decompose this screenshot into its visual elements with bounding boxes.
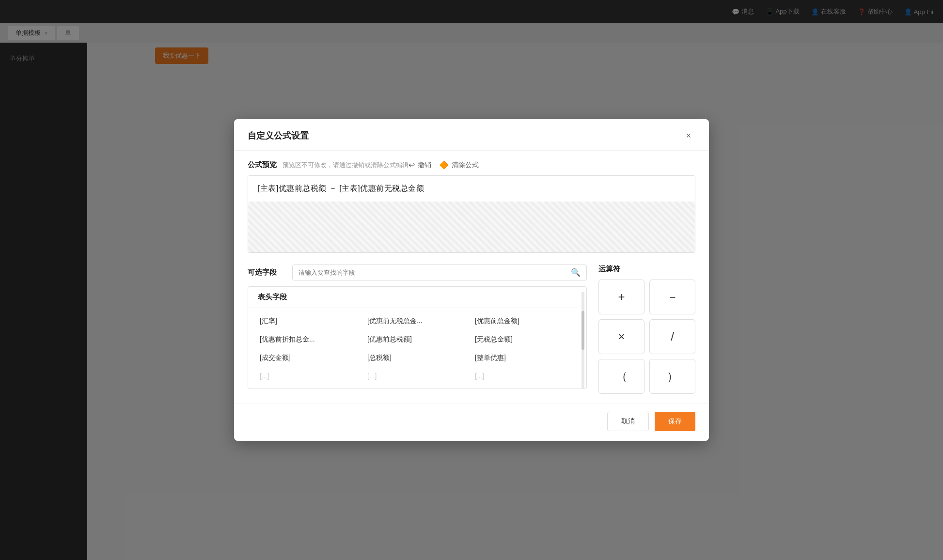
- modal-footer: 取消 保存: [234, 404, 709, 441]
- fields-table: 表头字段 [汇率] [优惠前无税总金... [优惠前总金额] [优惠前折扣总金.…: [248, 286, 587, 389]
- cancel-button[interactable]: 取消: [607, 412, 649, 431]
- bottom-section: 可选字段 🔍 表头字段 [汇率] [优惠前无税总金... [优惠前总金额] [优…: [248, 264, 695, 394]
- field-item[interactable]: [优惠前无税总金...: [363, 312, 471, 330]
- operators-panel: 运算符 + － × / （ ）: [598, 264, 695, 394]
- modal-title: 自定义公式设置: [248, 130, 309, 141]
- clear-icon: 🔶: [439, 160, 449, 170]
- fields-scrollbar[interactable]: [582, 292, 584, 389]
- fields-label: 可选字段: [248, 268, 277, 277]
- field-item[interactable]: [无税总金额]: [471, 330, 579, 349]
- fields-header: 可选字段 🔍: [248, 264, 587, 280]
- field-item[interactable]: [优惠前总税额]: [363, 330, 471, 349]
- field-item[interactable]: [成交金额]: [256, 349, 363, 367]
- operator-left-paren-button[interactable]: （: [598, 359, 644, 394]
- field-item[interactable]: [总税额]: [363, 349, 471, 367]
- operator-right-paren-button[interactable]: ）: [649, 359, 695, 394]
- operator-subtract-button[interactable]: －: [649, 280, 695, 314]
- field-item[interactable]: [...]: [471, 367, 579, 385]
- formula-preview-header: 公式预览 预览区不可修改，请通过撤销或清除公式编辑 ↩ 撤销 🔶 清除公式: [248, 160, 695, 170]
- modal-close-button[interactable]: ×: [682, 129, 695, 142]
- operators-grid: + － × / （ ）: [598, 280, 695, 394]
- fields-scrollbar-thumb: [582, 311, 584, 350]
- field-search-input[interactable]: [299, 269, 567, 276]
- search-box: 🔍: [292, 264, 587, 280]
- field-item[interactable]: [优惠前折扣总金...: [256, 330, 363, 349]
- fields-grid: [汇率] [优惠前无税总金... [优惠前总金额] [优惠前折扣总金... [优…: [248, 308, 586, 389]
- field-item[interactable]: [...]: [363, 367, 471, 385]
- operators-title: 运算符: [598, 264, 695, 274]
- formula-text: [主表]优惠前总税额 － [主表]优惠前无税总金额: [248, 176, 695, 202]
- save-button[interactable]: 保存: [655, 412, 695, 431]
- clear-formula-button[interactable]: 🔶 清除公式: [439, 160, 479, 170]
- operator-multiply-button[interactable]: ×: [598, 319, 644, 354]
- formula-settings-modal: 自定义公式设置 × 公式预览 预览区不可修改，请通过撤销或清除公式编辑 ↩ 撤销…: [234, 119, 709, 441]
- formula-hint: 预览区不可修改，请通过撤销或清除公式编辑: [283, 161, 409, 170]
- undo-button[interactable]: ↩ 撤销: [409, 160, 431, 170]
- formula-actions: ↩ 撤销 🔶 清除公式: [409, 160, 479, 170]
- field-item[interactable]: [...]: [256, 367, 363, 385]
- field-item[interactable]: [优惠前总金额]: [471, 312, 579, 330]
- modal-header: 自定义公式设置 ×: [234, 119, 709, 151]
- formula-preview-label: 公式预览: [248, 160, 277, 170]
- field-item[interactable]: [整单优惠]: [471, 349, 579, 367]
- operator-divide-button[interactable]: /: [649, 319, 695, 354]
- field-item[interactable]: [汇率]: [256, 312, 363, 330]
- operator-add-button[interactable]: +: [598, 280, 644, 314]
- undo-icon: ↩: [409, 160, 415, 170]
- formula-preview-box: [主表]优惠前总税额 － [主表]优惠前无税总金额: [248, 175, 695, 253]
- fields-table-header: 表头字段: [248, 287, 586, 308]
- search-icon[interactable]: 🔍: [571, 268, 581, 277]
- modal-body: 公式预览 预览区不可修改，请通过撤销或清除公式编辑 ↩ 撤销 🔶 清除公式 [主…: [234, 151, 709, 404]
- fields-panel: 可选字段 🔍 表头字段 [汇率] [优惠前无税总金... [优惠前总金额] [优…: [248, 264, 587, 394]
